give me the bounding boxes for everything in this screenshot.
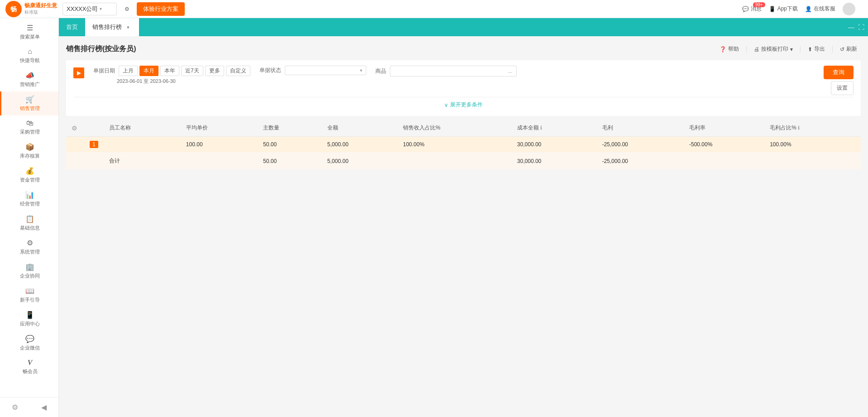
main-area: ☰ 搜索菜单 ⌂ 快捷导航 📣 营销推广 🛒 销售管理 🛍 采购管理 <box>0 18 868 417</box>
goods-filter-group: 商品 ... <box>375 66 517 77</box>
sidebar-item-finance[interactable]: 💰 资金管理 <box>0 163 58 187</box>
sidebar-item-system[interactable]: ⚙ 系统管理 <box>0 235 58 259</box>
sidebar: ☰ 搜索菜单 ⌂ 快捷导航 📣 营销推广 🛒 销售管理 🛍 采购管理 <box>0 18 59 417</box>
sidebar-item-sales[interactable]: 🛒 销售管理 <box>0 91 58 115</box>
sidebar-item-search[interactable]: ☰ 搜索菜单 <box>0 20 58 44</box>
filter-collapse-btn[interactable]: ▶ <box>73 67 84 78</box>
col-avgprice: 平均单价 <box>181 120 258 137</box>
sidebar-label-marketing: 营销推广 <box>20 81 40 88</box>
date-btn-more[interactable]: 更多 <box>205 66 224 76</box>
more-icon[interactable]: ... <box>508 68 513 74</box>
settings-icon[interactable]: ⚙ <box>120 3 133 15</box>
status-filter-group: 单据状态 ▾ <box>259 66 366 75</box>
page-actions: ❓ 帮助 🖨 按模板打印 ▾ ⬆ <box>716 43 861 55</box>
system-icon: ⚙ <box>27 239 33 247</box>
app-container: 畅 畅康通好生意 标准版 XXXXX公司 ▾ ⚙ 体验行业方案 💬 消息 99+… <box>0 0 868 417</box>
sidebar-item-wechat[interactable]: 💬 企业微信 <box>0 331 58 355</box>
col-grossprofit: 毛利 <box>597 120 684 137</box>
tab-close-icon[interactable]: × <box>125 24 132 31</box>
data-table: ⚙ 员工名称 平均单价 主数量 全额 销售收入占比% 成本全额 ℹ <box>66 120 861 170</box>
message-button[interactable]: 💬 消息 99+ <box>742 5 762 13</box>
refresh-icon: ↺ <box>840 46 844 53</box>
page-content: 销售排行榜(按业务员) ❓ 帮助 🖨 按模板打印 ▾ <box>59 36 868 417</box>
table-settings-icon[interactable]: ⚙ <box>72 125 77 132</box>
sidebar-label-search: 搜索菜单 <box>20 34 40 40</box>
col-grosspct: 毛利占比% ℹ <box>764 120 861 137</box>
sidebar-item-guide[interactable]: 📖 新手引导 <box>0 283 58 307</box>
goods-input[interactable]: ... <box>390 66 517 77</box>
col-settings[interactable]: ⚙ <box>66 120 84 137</box>
grosspct-info-icon: ℹ <box>798 125 800 130</box>
footer-grossmargin <box>684 153 764 170</box>
col-costamount: 成本全额 ℹ <box>512 120 597 137</box>
filter-actions: 查询 设置 <box>824 66 854 95</box>
goods-filter-label: 商品 <box>375 67 386 75</box>
print-icon: 🖨 <box>754 46 759 53</box>
sidebar-label-inventory: 库存核算 <box>20 153 40 159</box>
sales-icon: 🛒 <box>25 95 34 104</box>
top-bar: 畅 畅康通好生意 标准版 XXXXX公司 ▾ ⚙ 体验行业方案 💬 消息 99+… <box>0 0 868 18</box>
company-selector[interactable]: XXXXX公司 ▾ <box>62 3 117 15</box>
date-btn-7days[interactable]: 近7天 <box>181 66 203 76</box>
sidebar-item-operations[interactable]: 📊 经营管理 <box>0 187 58 211</box>
download-icon: 📱 <box>769 6 776 12</box>
sidebar-collapse-btn[interactable]: ◀ <box>39 401 48 413</box>
sidebar-label-apps: 应用中心 <box>20 321 40 327</box>
sidebar-label-system: 系统管理 <box>20 249 40 255</box>
home-icon: ⌂ <box>28 48 32 56</box>
online-service-button[interactable]: 👤 在线客服 <box>805 5 835 13</box>
status-select[interactable]: ▾ <box>285 66 366 75</box>
footer-amount: 5,000.00 <box>322 153 398 170</box>
expand-more-btn[interactable]: ∨ 展开更多条件 <box>73 97 854 109</box>
status-filter-label: 单据状态 <box>259 67 281 74</box>
sidebar-item-enterprise[interactable]: 🏢 企业协同 <box>0 259 58 283</box>
sidebar-item-member[interactable]: V 畅会员 <box>0 355 58 379</box>
sidebar-nav: ☰ 搜索菜单 ⌂ 快捷导航 📣 营销推广 🛒 销售管理 🛍 采购管理 <box>0 18 58 397</box>
page-inner: 销售排行榜(按业务员) ❓ 帮助 🖨 按模板打印 ▾ <box>59 36 868 177</box>
basics-icon: 📋 <box>25 215 34 223</box>
date-btn-last-month[interactable]: 上月 <box>119 66 138 76</box>
refresh-button[interactable]: ↺ 刷新 <box>836 43 861 55</box>
trial-button[interactable]: 体验行业方案 <box>137 2 185 16</box>
tab-sales-ranking[interactable]: 销售排行榜 × <box>85 18 139 36</box>
rank-badge: 1 <box>90 141 98 148</box>
app-download-button[interactable]: 📱 App下载 <box>769 5 798 13</box>
cost-info-icon: ℹ <box>540 125 542 130</box>
chevron-down-icon: ∨ <box>444 102 448 108</box>
date-btn-custom[interactable]: 自定义 <box>226 66 250 76</box>
print-button[interactable]: 🖨 按模板打印 ▾ <box>750 43 796 55</box>
sidebar-item-marketing[interactable]: 📣 营销推广 <box>0 67 58 91</box>
service-icon: 👤 <box>805 6 812 12</box>
sidebar-item-inventory[interactable]: 📦 库存核算 <box>0 139 58 163</box>
sidebar-item-apps[interactable]: 📱 应用中心 <box>0 307 58 331</box>
table-container: ⚙ 员工名称 平均单价 主数量 全额 销售收入占比% 成本全额 ℹ <box>66 120 861 170</box>
export-button[interactable]: ⬆ 导出 <box>804 43 829 55</box>
tab-home[interactable]: 首页 <box>59 18 85 36</box>
cell-amount: 5,000.00 <box>322 137 398 153</box>
date-range-display: 2023-06-01 至 2023-06-30 <box>117 78 250 85</box>
date-btn-this-month[interactable]: 本月 <box>139 66 158 76</box>
print-arrow-icon: ▾ <box>790 46 793 53</box>
content-area: 首页 销售排行榜 × — ⛶ 销售排行榜(按业务员) <box>59 18 868 417</box>
page-header: 销售排行榜(按业务员) ❓ 帮助 🖨 按模板打印 ▾ <box>66 43 861 55</box>
sidebar-item-purchase[interactable]: 🛍 采购管理 <box>0 115 58 139</box>
query-button[interactable]: 查询 <box>824 66 854 79</box>
logo-text: 畅康通好生意 标准版 <box>24 2 57 15</box>
sidebar-item-quicknav[interactable]: ⌂ 快捷导航 <box>0 44 58 67</box>
finance-icon: 💰 <box>25 167 34 175</box>
filter-collapse-icon: ▶ <box>77 70 81 76</box>
settings-button[interactable]: 设置 <box>831 81 854 95</box>
sidebar-item-basics[interactable]: 📋 基础信息 <box>0 211 58 235</box>
tab-actions: — ⛶ <box>848 24 868 31</box>
col-quantity: 主数量 <box>258 120 322 137</box>
cell-grosspct: 100.00% <box>764 137 861 153</box>
online-service-label: 在线客服 <box>814 5 835 13</box>
tab-minimize-icon[interactable]: — <box>848 24 854 31</box>
sidebar-label-finance: 资金管理 <box>20 177 40 183</box>
date-btn-this-year[interactable]: 本年 <box>160 66 179 76</box>
help-button[interactable]: ❓ 帮助 <box>716 43 743 55</box>
cell-grossmargin: -500.00% <box>684 137 764 153</box>
tab-expand-icon[interactable]: ⛶ <box>858 24 864 31</box>
avatar[interactable] <box>843 3 855 15</box>
sidebar-settings-btn[interactable]: ⚙ <box>10 401 20 413</box>
